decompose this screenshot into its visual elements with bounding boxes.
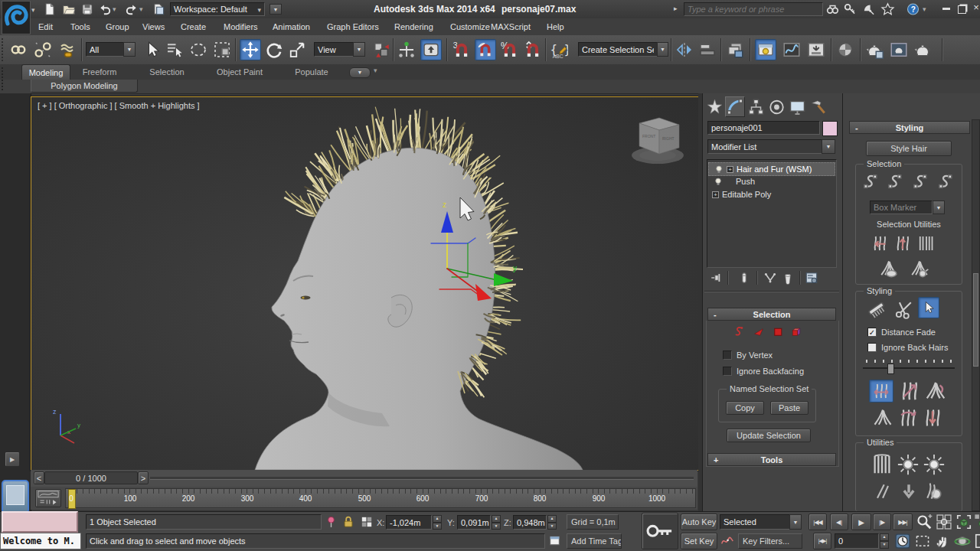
tab-utilities[interactable] (808, 98, 828, 116)
select-object-button[interactable] (142, 39, 163, 60)
brush-size-slider-thumb[interactable] (887, 364, 894, 374)
tools-rollout-header[interactable]: + Tools (707, 453, 836, 466)
selected-filter-arrow-icon[interactable] (789, 514, 802, 530)
ribbon-panel-polygon-modeling[interactable]: Polygon Modeling (31, 80, 138, 93)
maximize-viewport-toggle-icon[interactable] (974, 533, 980, 549)
render-setup-button[interactable] (864, 39, 885, 60)
communication-center-icon[interactable] (862, 2, 877, 16)
search-input[interactable] (684, 2, 823, 16)
make-unique-button[interactable] (763, 271, 778, 285)
z-coord-field[interactable]: 0,948m (513, 515, 547, 530)
by-vertex-checkbox[interactable] (723, 350, 732, 360)
field-of-view-region-icon[interactable] (914, 533, 931, 549)
head-model[interactable] (255, 148, 583, 470)
menu-tools[interactable]: Tools (67, 18, 93, 35)
curve-editor-button[interactable] (781, 39, 802, 60)
current-frame-field[interactable]: 0 (835, 533, 879, 549)
tab-create[interactable] (705, 98, 724, 116)
pin-stack-button[interactable] (709, 271, 724, 285)
expand-icon[interactable]: + (727, 166, 733, 173)
schematic-view-button[interactable] (805, 39, 827, 60)
select-and-manipulate-button[interactable] (396, 39, 417, 60)
panel-scrollbar[interactable] (972, 119, 980, 511)
style-hair-button[interactable]: Style Hair (866, 141, 952, 156)
viewcube-right-face-label[interactable]: RIGHT (662, 136, 675, 141)
menu-maxscript[interactable]: MAXScript (488, 18, 534, 35)
z-coord-spinner[interactable]: ▲▼ (547, 515, 557, 530)
menu-group[interactable]: Group (103, 18, 132, 35)
rendered-frame-window-button[interactable] (888, 39, 910, 60)
hair-puff-roots-icon[interactable] (924, 380, 947, 403)
bulb-icon[interactable] (714, 165, 724, 174)
y-coord-field[interactable]: 0,091m (457, 515, 491, 530)
viewport-label[interactable]: [ + ] [ Orthographic ] [ Smooth + Highli… (38, 101, 200, 110)
panel-scrollbar-thumb[interactable] (973, 273, 978, 367)
infocenter-arrow-icon[interactable]: ▸ (674, 5, 678, 12)
hide-selected-utility-icon[interactable] (878, 259, 900, 279)
menu-graph-editors[interactable]: Graph Editors (324, 18, 382, 35)
ribbon-tab-freeform[interactable]: Freeform (77, 64, 122, 80)
ignore-backfacing-checkbox[interactable] (723, 367, 732, 376)
minimize-button[interactable] (940, 2, 952, 14)
expand-icon[interactable]: + (714, 455, 718, 465)
ribbon-display-toggle[interactable]: ▼ (349, 67, 371, 78)
expand-icon[interactable]: + (712, 191, 719, 198)
hair-tip-subobject-icon[interactable] (752, 325, 766, 338)
menu-create[interactable]: Create (178, 18, 209, 35)
restore-button[interactable] (956, 4, 969, 16)
hair-stand-icon[interactable] (898, 380, 921, 403)
brush-size-slider[interactable] (863, 367, 955, 369)
panel-splitter[interactable] (704, 291, 839, 292)
x-coord-spinner[interactable]: ▲▼ (433, 515, 442, 530)
viewport[interactable]: z y z x y FRONT RIGHT (31, 96, 699, 471)
menu-customize[interactable]: Customize (447, 18, 493, 35)
time-slider-prev-button[interactable]: < (34, 471, 44, 484)
select-by-name-button[interactable] (164, 39, 185, 60)
ribbon-tab-object-paint[interactable]: Object Paint (208, 64, 271, 80)
collapse-icon[interactable]: - (855, 123, 858, 132)
paste-button[interactable]: Paste (770, 401, 808, 415)
select-and-link-button[interactable] (8, 39, 29, 60)
reset-rest-utility-icon[interactable] (898, 481, 920, 502)
hair-select-button[interactable] (918, 297, 939, 318)
zoom-all-icon[interactable] (936, 514, 952, 530)
open-file-icon[interactable] (61, 2, 77, 16)
menu-rendering[interactable]: Rendering (391, 18, 436, 35)
welcome-window-taskbar-icon[interactable] (2, 480, 29, 514)
selection-region-button[interactable] (188, 39, 209, 60)
collapse-icon[interactable]: - (714, 310, 717, 319)
hair-translate-button[interactable] (869, 380, 893, 403)
isolate-selection-icon[interactable] (325, 515, 338, 529)
selection-rollout-header[interactable]: - Selection (707, 308, 836, 321)
selection-lock-icon[interactable] (341, 515, 355, 529)
marker-mode-arrow-icon[interactable] (933, 201, 945, 214)
selection-filter-arrow-icon[interactable] (123, 42, 136, 57)
new-file-icon[interactable] (42, 2, 57, 16)
tab-display[interactable] (788, 98, 807, 116)
ignore-back-hairs-checkbox-row[interactable]: Ignore Back Hairs (867, 343, 948, 352)
menu-modifiers[interactable]: Modifiers (220, 18, 261, 35)
ribbon-row-drag-handle[interactable] (2, 67, 5, 90)
tab-modify[interactable] (725, 96, 745, 117)
distance-fade-checkbox[interactable] (867, 328, 877, 337)
left-dock-expand-button[interactable]: ▶ (5, 452, 20, 467)
absolute-mode-transform-icon[interactable] (360, 515, 374, 529)
go-to-end-button[interactable] (893, 514, 913, 530)
pop-selected-utility-icon[interactable] (897, 453, 920, 476)
named-selection-set-combo[interactable]: Create Selection Set (578, 42, 658, 57)
face-subobject-icon[interactable] (771, 325, 785, 338)
workspace-dropdown-arrow-icon[interactable] (257, 5, 261, 14)
select-and-scale-button[interactable] (286, 39, 308, 60)
project-folder-icon[interactable] (152, 2, 167, 16)
hair-guides-subobject-icon[interactable] (732, 325, 746, 338)
select-and-rotate-button[interactable] (263, 39, 285, 60)
auto-key-button[interactable]: Auto Key (681, 514, 717, 530)
select-guide-vertices-icon[interactable] (886, 171, 904, 191)
save-file-icon[interactable] (80, 2, 95, 16)
remove-modifier-button[interactable] (780, 271, 795, 285)
bulb-icon[interactable] (713, 177, 724, 187)
reference-coordinate-arrow-icon[interactable] (353, 42, 365, 57)
marker-mode-combo[interactable]: Box Marker (870, 201, 933, 214)
welcome-window-fragment[interactable] (2, 511, 78, 533)
y-coord-spinner[interactable]: ▲▼ (492, 515, 501, 530)
